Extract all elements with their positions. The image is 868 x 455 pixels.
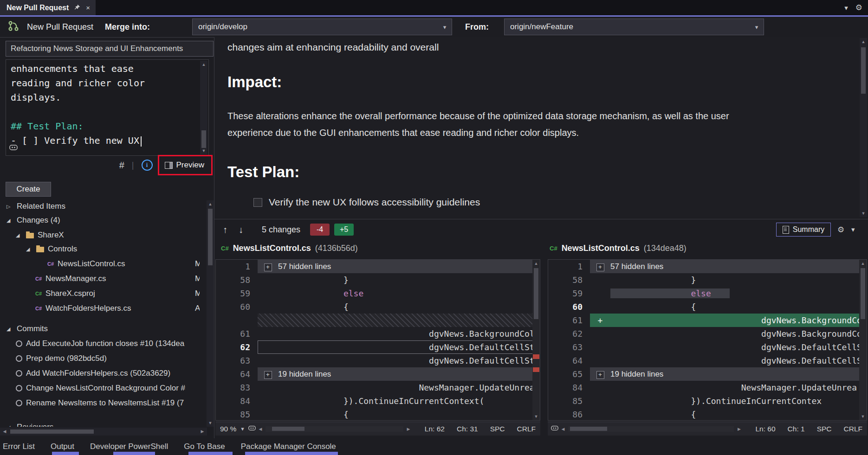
tab-output[interactable]: Output [51, 442, 74, 451]
line-number: 86 [548, 408, 590, 421]
scrollbar-thumb[interactable] [201, 130, 206, 148]
diff-gutter: + [590, 367, 610, 381]
commit-item[interactable]: Add WatchFoldersHelpers.cs (502a3629) [0, 367, 200, 379]
diff-row: 61 dgvNews.BackgroundColor [216, 327, 540, 340]
copilot-icon[interactable] [9, 143, 18, 154]
horizontal-scrollbar[interactable] [568, 426, 734, 432]
commit-item[interactable]: Add ExecuteJob function closes #10 (134d… [0, 338, 200, 350]
tab-new-pull-request[interactable]: New Pull Request × [0, 0, 96, 15]
tree-item-related-items[interactable]: ▷ Related Items [0, 200, 200, 212]
expand-icon[interactable]: + [596, 371, 604, 379]
previous-change-icon[interactable]: ↑ [223, 224, 227, 235]
copilot-icon[interactable] [551, 424, 559, 434]
code-text: dgvNews.BackgroundColor [278, 327, 540, 340]
chevron-collapsed-icon[interactable]: ▷ [6, 204, 13, 210]
merge-into-dropdown[interactable]: origin/develop ▾ [192, 19, 452, 35]
commit-item[interactable]: Rename NewsItems to NewsItemsList #19 (7 [0, 397, 200, 409]
scroll-up-icon[interactable]: ▲ [859, 260, 867, 267]
next-change-icon[interactable]: ↓ [239, 224, 243, 235]
commit-item[interactable]: Change NewsListControl Background Color … [0, 382, 200, 394]
tab-error-list[interactable]: Error List [3, 442, 35, 451]
tree-item-reviewers[interactable]: ◢ Reviewers [0, 421, 200, 427]
scroll-left-icon[interactable]: ◀ [256, 427, 265, 431]
diff-gutter [258, 354, 278, 367]
scrollbar-thumb[interactable] [570, 427, 607, 431]
chevron-down-icon[interactable]: ▾ [851, 225, 855, 234]
commit-icon [16, 400, 22, 406]
chevron-expanded-icon[interactable]: ◢ [16, 232, 22, 238]
file-name: WatchFoldersHelpers.cs [45, 304, 131, 313]
editor-scrollbar[interactable]: ▲ ▼ [859, 260, 867, 420]
scroll-right-icon[interactable]: ▶ [735, 427, 743, 431]
scroll-up-icon[interactable]: ▲ [200, 61, 207, 68]
scroll-down-icon[interactable]: ▼ [207, 419, 214, 427]
diff-gutter [258, 408, 278, 421]
pr-title-input[interactable]: Refactoring News Storage and UI Enhancem… [6, 41, 214, 57]
from-dropdown[interactable]: origin/newFeature ▾ [504, 19, 764, 35]
scroll-down-icon[interactable]: ▼ [859, 413, 867, 420]
zoom-dropdown[interactable]: 90 % ▾ [215, 422, 248, 436]
line-number: 58 [216, 273, 258, 287]
scrollbar-thumb[interactable] [10, 429, 94, 434]
horizontal-scrollbar[interactable] [266, 426, 403, 432]
chevron-expanded-icon[interactable]: ◢ [6, 424, 13, 427]
chevron-expanded-icon[interactable]: ◢ [6, 218, 13, 224]
preview-button[interactable]: Preview [160, 158, 209, 172]
scroll-up-icon[interactable]: ▲ [207, 200, 214, 208]
diff-line-content: +19 hidden lines [258, 367, 540, 381]
gear-icon[interactable]: ⚙ [837, 225, 844, 235]
tab-package-manager-console[interactable]: Package Manager Console [241, 442, 336, 451]
description-scrollbar[interactable]: ▲ ▼ [200, 61, 207, 154]
expand-icon[interactable]: + [264, 371, 272, 379]
expand-icon[interactable]: + [596, 263, 604, 271]
copilot-icon[interactable] [248, 424, 256, 434]
preview-scrollbar[interactable]: ▲ ▼ [860, 38, 867, 217]
scroll-left-icon[interactable]: ◀ [1, 428, 8, 436]
tree-file-newsmanager[interactable]: C# NewsManager.cs M [0, 273, 200, 285]
tree-folder-controls[interactable]: ◢ Controls [0, 243, 200, 255]
scrollbar-thumb[interactable] [208, 209, 213, 265]
scroll-down-icon[interactable]: ▼ [860, 210, 867, 217]
tab-developer-powershell[interactable]: Developer PowerShell [90, 442, 168, 451]
tree-file-sharex-csproj[interactable]: C# ShareX.csproj M [0, 288, 200, 300]
diff-editor-compare[interactable]: 1+57 hidden lines58 }59 else60 {61+ dgvN… [548, 259, 867, 421]
chevron-down-icon[interactable]: ▾ [844, 4, 848, 12]
scroll-left-icon[interactable]: ◀ [559, 427, 567, 431]
tree-folder-sharex[interactable]: ◢ ShareX [0, 229, 200, 241]
diff-editor-base[interactable]: 1+57 hidden lines58 }59 else60 {61 dgvNe… [215, 259, 540, 421]
info-icon[interactable]: i [142, 160, 153, 171]
pull-request-toolbar: New Pull Request Merge into: origin/deve… [0, 17, 868, 37]
scroll-down-icon[interactable]: ▼ [532, 413, 540, 420]
scroll-up-icon[interactable]: ▲ [532, 260, 540, 267]
scrollbar-thumb[interactable] [861, 47, 866, 94]
work-item-icon[interactable]: # [119, 160, 124, 171]
scrollbar-thumb[interactable] [534, 268, 538, 319]
pr-description-editor[interactable]: enhancements that ease reading and riche… [6, 59, 209, 156]
editor-scrollbar[interactable]: ▲ ▼ [532, 260, 540, 420]
tree-scrollbar[interactable]: ▲ ▼ [207, 200, 214, 427]
checkbox-unchecked[interactable] [253, 198, 262, 207]
tree-file-newslistcontrol[interactable]: C# NewsListControl.cs M [0, 258, 200, 270]
expand-icon[interactable]: + [264, 263, 272, 271]
line-number: 58 [548, 273, 590, 287]
close-icon[interactable]: × [86, 4, 90, 12]
scroll-up-icon[interactable]: ▲ [860, 38, 867, 45]
create-button[interactable]: Create [6, 182, 51, 197]
scrollbar-thumb[interactable] [272, 427, 304, 431]
code-text: 57 hidden lines [278, 260, 331, 273]
tree-file-watchfoldershelpers[interactable]: C# WatchFoldersHelpers.cs A [0, 302, 200, 314]
scroll-right-icon[interactable]: ▶ [199, 428, 206, 436]
pin-icon[interactable] [74, 4, 80, 12]
tree-item-changes[interactable]: ◢ Changes (4) [0, 214, 200, 226]
chevron-expanded-icon[interactable]: ◢ [26, 246, 32, 252]
commit-item[interactable]: Prep demo (982bdc5d) [0, 352, 200, 365]
tree-horizontal-scrollbar[interactable]: ◀ ▶ [0, 428, 207, 436]
tree-item-commits[interactable]: ◢ Commits [0, 323, 200, 335]
gear-icon[interactable]: ⚙ [855, 3, 862, 13]
tab-go-to-base[interactable]: Go To Base [184, 442, 225, 451]
scrollbar-thumb[interactable] [861, 268, 865, 319]
scroll-down-icon[interactable]: ▼ [200, 147, 207, 154]
summary-button[interactable]: Summary [776, 223, 831, 237]
chevron-expanded-icon[interactable]: ◢ [6, 326, 13, 332]
scroll-right-icon[interactable]: ▶ [404, 427, 413, 431]
